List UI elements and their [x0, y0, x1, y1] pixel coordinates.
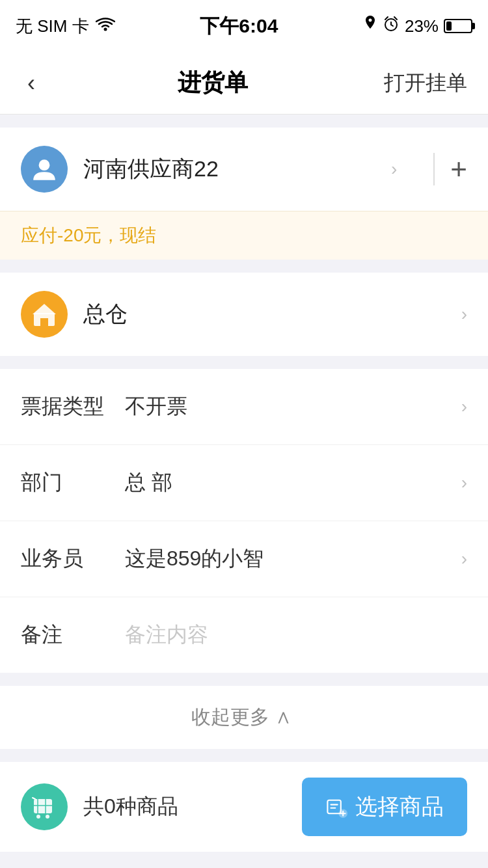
add-supplier-button[interactable]: +: [450, 155, 467, 183]
supplier-section: 河南供应商22 › + 应付-20元，现结: [0, 128, 488, 260]
back-button[interactable]: ‹: [21, 63, 42, 103]
status-left: 无 SIM 卡: [16, 15, 115, 38]
supplier-name: 河南供应商22: [83, 154, 391, 184]
remark-label: 备注: [21, 621, 112, 649]
collapse-row[interactable]: 收起更多 ∧: [0, 686, 488, 749]
svg-point-9: [36, 815, 40, 819]
department-label: 部门: [21, 468, 112, 497]
status-right: 23%: [363, 16, 472, 37]
nav-bar: ‹ 进货单 打开挂单: [0, 52, 488, 115]
status-bar: 无 SIM 卡 下午6:04 23: [0, 0, 488, 52]
remark-row[interactable]: 备注 备注内容: [0, 597, 488, 673]
select-product-icon: [325, 796, 347, 818]
collapse-label: 收起更多 ∧: [191, 704, 291, 731]
warehouse-row[interactable]: 总仓 ›: [0, 273, 488, 356]
department-value: 总 部: [112, 468, 461, 497]
salesman-label: 业务员: [21, 545, 112, 573]
page-background: [0, 852, 488, 868]
salesman-value: 这是859的小智: [112, 545, 461, 573]
department-arrow-icon: ›: [461, 472, 467, 493]
product-icon-wrap: [21, 783, 68, 830]
supplier-avatar: [21, 146, 68, 193]
select-product-button[interactable]: 选择商品: [302, 778, 467, 836]
supplier-row[interactable]: 河南供应商22 › +: [0, 128, 488, 211]
wifi-icon: [96, 16, 115, 36]
product-count: 共0种商品: [83, 793, 286, 821]
svg-point-10: [46, 815, 49, 819]
page-title: 进货单: [178, 67, 248, 99]
notice-bar: 应付-20元，现结: [0, 211, 488, 260]
svg-marker-6: [33, 304, 56, 314]
supplier-arrow-icon: ›: [391, 159, 397, 180]
svg-point-4: [39, 159, 50, 170]
salesman-row[interactable]: 业务员 这是859的小智 ›: [0, 521, 488, 597]
invoice-label: 票据类型: [21, 392, 112, 421]
bottom-bar: 共0种商品 选择商品: [0, 762, 488, 852]
form-section: 票据类型 不开票 › 部门 总 部 › 业务员 这是859的小智 › 备注 备注…: [0, 369, 488, 673]
svg-rect-8: [34, 799, 52, 813]
warehouse-name: 总仓: [83, 299, 461, 329]
notice-text: 应付-20元，现结: [21, 225, 156, 245]
svg-rect-7: [40, 318, 48, 326]
remark-input[interactable]: 备注内容: [112, 621, 467, 649]
person-icon: [31, 156, 58, 183]
battery-icon: [444, 19, 472, 33]
cart-icon: [31, 794, 57, 820]
status-time: 下午6:04: [200, 13, 278, 40]
warehouse-arrow-icon: ›: [461, 304, 467, 325]
warehouse-icon: [31, 301, 57, 327]
invoice-value: 不开票: [112, 392, 461, 421]
svg-point-0: [103, 27, 107, 31]
supplier-divider: [433, 153, 435, 185]
svg-line-3: [391, 25, 393, 26]
warehouse-icon-wrap: [21, 291, 68, 338]
department-row[interactable]: 部门 总 部 ›: [0, 445, 488, 521]
salesman-arrow-icon: ›: [461, 549, 467, 569]
open-pending-button[interactable]: 打开挂单: [384, 69, 467, 98]
svg-rect-11: [327, 800, 340, 813]
invoice-row[interactable]: 票据类型 不开票 ›: [0, 369, 488, 445]
carrier-text: 无 SIM 卡: [16, 15, 89, 38]
top-divider: [0, 115, 488, 128]
select-product-label: 选择商品: [355, 792, 444, 822]
invoice-arrow-icon: ›: [461, 396, 467, 417]
location-icon: [363, 16, 377, 37]
alarm-icon: [383, 16, 400, 37]
battery-percentage: 23%: [405, 16, 439, 36]
